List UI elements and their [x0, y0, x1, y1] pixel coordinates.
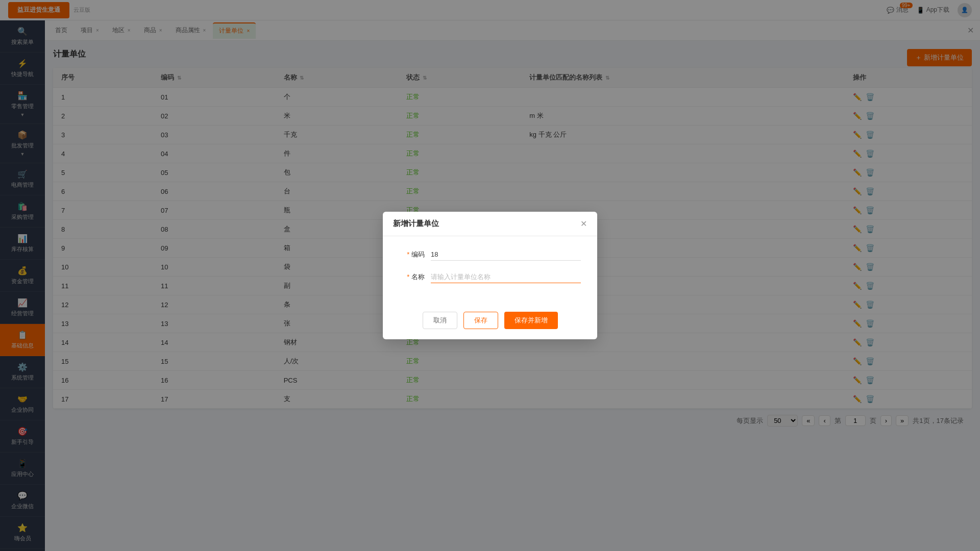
- dialog-title: 新增计量单位: [393, 219, 439, 229]
- dialog-header: 新增计量单位 ✕: [383, 212, 597, 236]
- dialog-body: * 编码 * 名称: [383, 236, 597, 306]
- form-row-code: * 编码: [399, 248, 581, 261]
- save-new-button[interactable]: 保存并新增: [504, 312, 558, 329]
- dialog-footer: 取消 保存 保存并新增: [383, 306, 597, 339]
- code-label: * 编码: [399, 250, 425, 259]
- code-required-star: *: [407, 251, 409, 258]
- name-input[interactable]: [431, 271, 581, 283]
- name-label: * 名称: [399, 272, 425, 282]
- cancel-button[interactable]: 取消: [423, 312, 457, 329]
- name-required-star: *: [407, 273, 409, 281]
- form-row-name: * 名称: [399, 271, 581, 283]
- dialog-overlay: 新增计量单位 ✕ * 编码 * 名称 取消 保存 保存并新增: [0, 0, 980, 551]
- code-input[interactable]: [431, 248, 581, 261]
- dialog-close-button[interactable]: ✕: [580, 219, 587, 229]
- save-button[interactable]: 保存: [463, 312, 498, 329]
- name-label-text: 名称: [411, 273, 425, 281]
- code-label-text: 编码: [411, 251, 425, 258]
- add-unit-dialog: 新增计量单位 ✕ * 编码 * 名称 取消 保存 保存并新增: [383, 212, 597, 339]
